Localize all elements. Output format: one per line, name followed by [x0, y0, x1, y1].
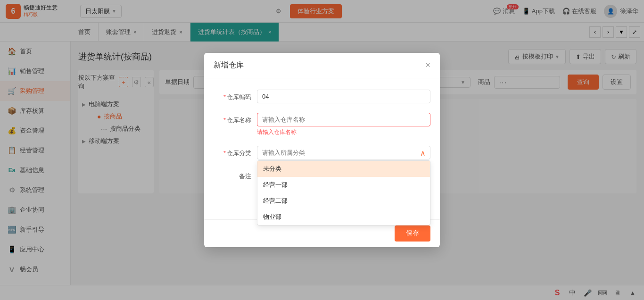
save-button[interactable]: 保存 [395, 225, 430, 242]
dialog-header: 新增仓库 × [204, 53, 440, 78]
dropdown-item-0[interactable]: 未分类 [257, 161, 430, 177]
dialog-body: 仓库编码 仓库名称 请输入仓库名称 仓库分类 ∧ 未分类 [204, 78, 440, 219]
warehouse-code-row: 仓库编码 [214, 90, 430, 103]
warehouse-code-label: 仓库编码 [214, 90, 251, 101]
warehouse-name-error: 请输入仓库名称 [257, 128, 430, 136]
new-warehouse-dialog: 新增仓库 × 仓库编码 仓库名称 请输入仓库名称 仓库分类 ∧ [204, 53, 440, 247]
warehouse-category-row: 仓库分类 ∧ 未分类 经营一部 经营二部 物业部 [214, 146, 430, 159]
dialog-title: 新增仓库 [214, 60, 244, 70]
warehouse-category-control: ∧ 未分类 经营一部 经营二部 物业部 [257, 146, 430, 159]
dialog-close-button[interactable]: × [425, 60, 430, 70]
warehouse-category-select-wrapper: ∧ [257, 146, 430, 159]
warehouse-code-control [257, 90, 430, 103]
dropdown-item-1[interactable]: 经营一部 [257, 177, 430, 193]
warehouse-name-control: 请输入仓库名称 [257, 113, 430, 136]
warehouse-category-input[interactable] [257, 146, 430, 159]
warehouse-category-label: 仓库分类 [214, 146, 251, 158]
warehouse-name-input[interactable] [257, 113, 430, 126]
warehouse-name-row: 仓库名称 请输入仓库名称 [214, 113, 430, 136]
warehouse-name-label: 仓库名称 [214, 113, 251, 125]
category-dropdown: 未分类 经营一部 经营二部 物业部 [257, 160, 430, 225]
dropdown-item-2[interactable]: 经营二部 [257, 193, 430, 209]
warehouse-code-input[interactable] [257, 90, 430, 103]
remarks-label: 备注 [214, 169, 251, 181]
dropdown-item-3[interactable]: 物业部 [257, 209, 430, 225]
